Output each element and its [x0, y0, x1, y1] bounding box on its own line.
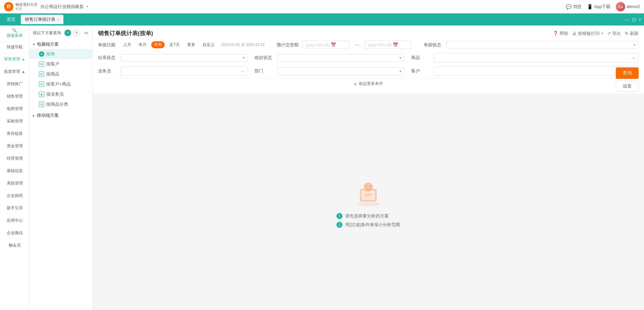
sidebar-item-ecommerce[interactable]: 电商管理: [0, 103, 29, 115]
sidebar-item-system[interactable]: 系统管理: [0, 177, 29, 190]
salesperson-dots[interactable]: ···: [241, 68, 245, 74]
goods-input[interactable]: ···: [434, 53, 639, 62]
refresh-icon: ↻: [625, 31, 629, 36]
app-title-chevron[interactable]: ▾: [87, 4, 89, 9]
sidebar-item-appcenter[interactable]: 应用中心: [0, 214, 29, 227]
filter-panel: 销售订单统计表(按单) ❓ 帮助 🖨 按模板打印 ▾ ↗: [93, 25, 644, 93]
expected-delivery-end[interactable]: yyyy-mm-dd 📅: [365, 41, 412, 49]
query-btn-area: 查询 设置: [616, 67, 639, 92]
scheme-item-by-salesperson[interactable]: ▦ 按业务员: [30, 89, 92, 99]
date-btn-this-year[interactable]: 本年: [151, 41, 165, 48]
empty-state: 1 请先选择要分析的方案 2 用[过滤]条件来缩小分析范围: [93, 93, 644, 310]
sidebar-item-marketing[interactable]: 营销推广: [0, 78, 29, 90]
sidebar-item-operation[interactable]: 经营管理: [0, 152, 29, 165]
sidebar-quick-nav[interactable]: 快捷导航: [0, 42, 29, 53]
tab-close-icon[interactable]: ×: [57, 17, 59, 21]
scheme-custprod-icon: ⊞: [39, 82, 44, 87]
sidebar-item-finance[interactable]: 资金管理: [0, 140, 29, 152]
setting-button[interactable]: 设置: [616, 81, 639, 92]
edit-scheme-btn[interactable]: ✎: [73, 30, 80, 36]
svg-point-4: [366, 186, 367, 187]
sidebar: 🔍 搜索菜单 快捷导航 零售管理 ▲ 批发管理 ▲ 营销推广 销售管理 电商管理…: [0, 25, 30, 310]
content-area: 按以下方案查询 + ✎ ≪ ▾ 电脑端方案 ● 按单 ⊞ 按客户: [30, 25, 644, 310]
tab-restore-icon[interactable]: ⊡: [632, 17, 636, 22]
scheme-item-by-customer[interactable]: ⊞ 按客户: [30, 59, 92, 69]
sidebar-item-enterprise[interactable]: 企业协同: [0, 190, 29, 202]
bill-status-select[interactable]: ▾: [446, 41, 639, 49]
empty-illustration: [352, 175, 385, 209]
sidebar-search[interactable]: 🔍 搜索菜单: [0, 25, 29, 42]
query-button[interactable]: 查询: [616, 67, 639, 79]
ship-status-select[interactable]: ▾: [120, 54, 248, 62]
tab-sales-order[interactable]: 销售订单统计表 ×: [21, 15, 63, 24]
dept-label: 部门: [255, 68, 273, 74]
payment-status-select[interactable]: ▾: [277, 54, 405, 62]
user-profile[interactable]: Ea demo2: [616, 2, 640, 11]
sidebar-item-wechat[interactable]: 企业微信: [0, 227, 29, 239]
scheme-category-icon: ⊞: [39, 102, 44, 107]
message-btn[interactable]: 💬 消息: [566, 4, 582, 10]
scheme-salesperson-icon: ▦: [39, 92, 44, 97]
page-title: 销售订单统计表(按单): [98, 30, 153, 37]
salesperson-label: 业务员: [98, 68, 116, 74]
scheme-product-icon: ⊞: [39, 71, 44, 77]
tab-home[interactable]: 首页: [3, 15, 19, 24]
goods-dots[interactable]: ···: [632, 55, 636, 60]
scheme-panel: 按以下方案查询 + ✎ ≪ ▾ 电脑端方案 ● 按单 ⊞ 按客户: [30, 25, 93, 310]
expected-delivery-start[interactable]: yyyy-mm-dd 📅: [303, 41, 350, 49]
tip-num-2: 2: [336, 222, 342, 228]
svg-rect-2: [362, 191, 375, 200]
sidebar-item-newbie[interactable]: 新手引导: [0, 202, 29, 214]
tab-close-all-icon[interactable]: ×: [639, 17, 641, 22]
goods-label: 商品: [411, 55, 430, 61]
date-btn-more[interactable]: 更多: [184, 41, 198, 48]
sidebar-item-purchase[interactable]: 采购管理: [0, 115, 29, 127]
scheme-group-pc-header[interactable]: ▾ 电脑端方案: [30, 40, 92, 49]
dept-arrow: ▾: [399, 69, 401, 73]
empty-tip-1: 1 请先选择要分析的方案: [336, 213, 400, 219]
svg-point-3: [364, 183, 373, 192]
cal-icon-start: 📅: [331, 42, 336, 47]
sidebar-retail-arrow: ▲: [22, 57, 25, 61]
scheme-item-by-category[interactable]: ⊞ 按商品分类: [30, 99, 92, 109]
tab-minimize-icon[interactable]: —: [625, 17, 629, 22]
filter-area: 销售订单统计表(按单) ❓ 帮助 🖨 按模板打印 ▾ ↗: [93, 25, 644, 310]
salesperson-input[interactable]: ···: [120, 66, 248, 76]
add-scheme-btn[interactable]: +: [64, 30, 71, 36]
filter-row-2: 出库状态 ▾ 收款状态 ▾ 商品 ···: [98, 51, 639, 64]
sidebar-item-sales[interactable]: 销售管理: [0, 90, 29, 103]
sidebar-item-retail[interactable]: 零售管理 ▲: [0, 53, 29, 65]
export-btn[interactable]: ↗ 导出: [607, 31, 621, 37]
date-btn-prev-month[interactable]: 上月: [120, 41, 134, 48]
scheme-item-by-cust-prod[interactable]: ⊞ 按客户+商品: [30, 79, 92, 89]
main-layout: 🔍 搜索菜单 快捷导航 零售管理 ▲ 批发管理 ▲ 营销推广 销售管理 电商管理…: [0, 25, 644, 310]
help-btn[interactable]: ❓ 帮助: [553, 31, 568, 37]
print-btn[interactable]: 🖨 按模板打印 ▾: [572, 31, 603, 37]
sidebar-item-basic[interactable]: 基础信息: [0, 165, 29, 177]
collapse-scheme-btn[interactable]: ≪: [84, 30, 89, 36]
bill-date-label: 单据日期: [98, 42, 116, 48]
sidebar-item-inventory[interactable]: 库存核算: [0, 127, 29, 140]
customer-input[interactable]: ···: [434, 66, 639, 76]
tab-bar-right: — ⊡ ×: [625, 17, 641, 22]
app-title: 办公用品行业模拟账套: [40, 4, 84, 10]
tip-num-1: 1: [336, 213, 342, 219]
sidebar-item-wholesale[interactable]: 批发管理 ▲: [0, 65, 29, 78]
scheme-item-by-order[interactable]: ● 按单: [30, 49, 92, 59]
dept-select[interactable]: ▾: [277, 67, 405, 75]
download-icon: 📱: [587, 4, 593, 9]
refresh-btn[interactable]: ↻ 刷新: [625, 31, 639, 37]
filter-row-1: 单据日期 上月 本月 本年 近7天 更多 自定义 2023-01-01 至 20…: [98, 39, 639, 51]
scheme-customer-icon: ⊞: [39, 61, 44, 67]
date-btn-this-month[interactable]: 本月: [136, 41, 149, 48]
collapse-bar[interactable]: ∧ 收起更多条件: [98, 78, 639, 89]
app-download-btn[interactable]: 📱 App下载: [587, 4, 610, 10]
date-btn-custom[interactable]: 自定义: [200, 41, 217, 48]
date-btn-7days[interactable]: 近7天: [167, 41, 182, 48]
scheme-item-by-product[interactable]: ⊞ 按商品: [30, 69, 92, 79]
sidebar-item-vip[interactable]: 畅会员: [0, 239, 29, 252]
logo-icon: 好: [4, 2, 13, 11]
sidebar-wholesale-arrow: ▲: [22, 70, 25, 73]
scheme-group-mobile-header[interactable]: ▸ 移动端方案: [30, 111, 92, 120]
svg-point-0: [357, 202, 380, 206]
